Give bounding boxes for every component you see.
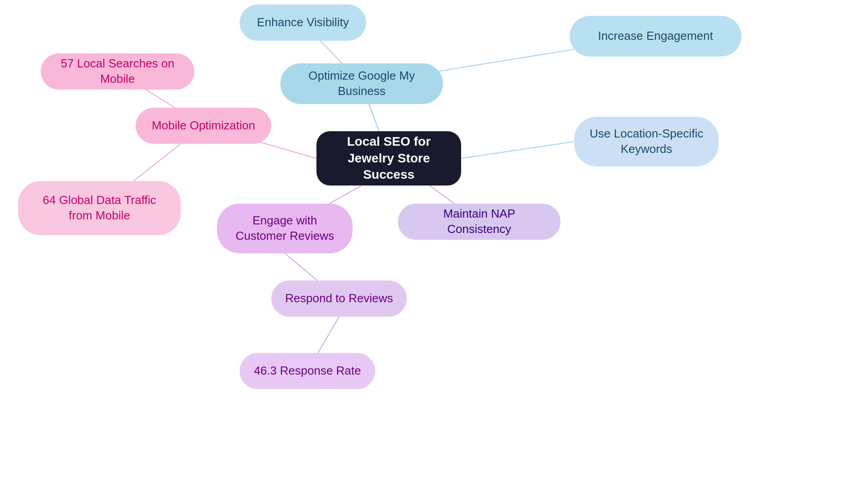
center-label: Local SEO for Jewelry Store Success bbox=[330, 133, 448, 183]
location-keywords-node[interactable]: Use Location-Specific Keywords bbox=[574, 117, 719, 167]
engage-label: Engage with Customer Reviews bbox=[231, 213, 339, 244]
response-rate-label: 46.3 Response Rate bbox=[254, 363, 361, 379]
respond-reviews-node[interactable]: Respond to Reviews bbox=[271, 281, 407, 317]
enhance-label: Enhance Visibility bbox=[257, 15, 349, 30]
enhance-visibility-node[interactable]: Enhance Visibility bbox=[240, 5, 366, 41]
gmb-node[interactable]: Optimize Google My Business bbox=[280, 63, 443, 104]
center-node[interactable]: Local SEO for Jewelry Store Success bbox=[316, 131, 461, 186]
respond-label: Respond to Reviews bbox=[285, 291, 393, 306]
increase-engagement-node[interactable]: Increase Engagement bbox=[570, 16, 741, 57]
location-label: Use Location-Specific Keywords bbox=[588, 126, 705, 157]
mobile-optimization-node[interactable]: Mobile Optimization bbox=[136, 108, 271, 144]
increase-label: Increase Engagement bbox=[598, 29, 713, 44]
nap-label: Maintain NAP Consistency bbox=[411, 206, 547, 237]
global-data-label: 64 Global Data Traffic from Mobile bbox=[32, 193, 167, 224]
mobile-opt-label: Mobile Optimization bbox=[152, 118, 255, 133]
global-data-node[interactable]: 64 Global Data Traffic from Mobile bbox=[18, 181, 181, 235]
svg-line-3 bbox=[461, 142, 574, 158]
gmb-label: Optimize Google My Business bbox=[294, 68, 429, 99]
engage-reviews-node[interactable]: Engage with Customer Reviews bbox=[217, 204, 353, 253]
nap-consistency-node[interactable]: Maintain NAP Consistency bbox=[398, 204, 561, 240]
response-rate-node[interactable]: 46.3 Response Rate bbox=[240, 353, 375, 389]
local-searches-label: 57 Local Searches on Mobile bbox=[54, 56, 181, 87]
local-searches-node[interactable]: 57 Local Searches on Mobile bbox=[41, 53, 194, 90]
